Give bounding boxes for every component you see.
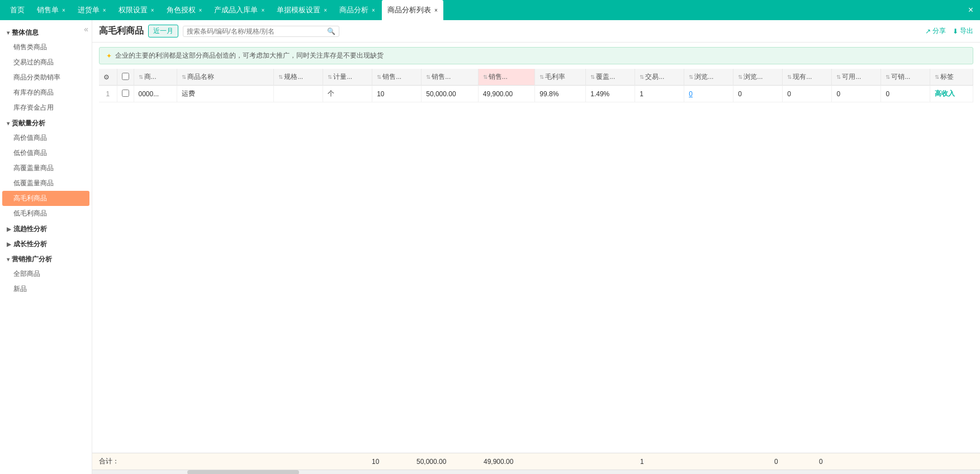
col-current-stock[interactable]: ⇅现有... — [783, 69, 832, 86]
nav-analysis-label: 商品分析 — [339, 5, 368, 15]
col-coverage[interactable]: ⇅覆盖... — [586, 69, 635, 86]
row-checkbox[interactable] — [122, 90, 129, 97]
period-button[interactable]: 近一月 — [148, 25, 178, 37]
export-button[interactable]: ⬇ 导出 — [953, 26, 973, 36]
cell-available: 0 — [832, 86, 881, 102]
nav-template-close[interactable]: × — [324, 7, 327, 13]
sidebar-item-category-rate[interactable]: 商品分类助销率 — [0, 70, 92, 85]
share-icon: ↗ — [925, 27, 931, 35]
col-browse2[interactable]: ⇅浏览... — [733, 69, 783, 86]
nav-purchase-label: 进货单 — [78, 5, 100, 15]
export-label: 导出 — [960, 26, 973, 36]
nav-role-auth[interactable]: 角色授权 × — [161, 0, 208, 20]
sidebar-group-trend[interactable]: ▶ 流趋性分析 — [0, 221, 92, 236]
cell-sales-cost: 49,900.00 — [478, 86, 535, 102]
col-browse1[interactable]: ⇅浏览... — [684, 69, 733, 86]
footer-totals: 合计： 10 50,000.00 49,900.00 1 0 0 — [92, 453, 980, 470]
nav-home-label: 首页 — [10, 5, 25, 15]
close-all-button[interactable]: × — [966, 3, 976, 17]
select-all-checkbox[interactable] — [122, 73, 129, 80]
nav-home[interactable]: 首页 — [4, 0, 30, 20]
info-banner: ✦ 企业的主要的利润都是这部分商品创造的，可考虑加大推广，同时关注库存是不要出现… — [99, 47, 973, 64]
cell-saleable: 0 — [881, 86, 930, 102]
col-spec[interactable]: ⇅规格... — [274, 69, 323, 86]
sidebar-item-sales-goods[interactable]: 销售类商品 — [0, 40, 92, 55]
content-area: 高毛利商品 近一月 🔍 ↗ 分享 ⬇ 导出 ✦ 企业的主要的利润都是这部分商品创… — [92, 20, 980, 474]
nav-permission-close[interactable]: × — [151, 7, 154, 13]
sidebar-item-all-goods[interactable]: 全部商品 — [0, 266, 92, 281]
header-actions: ↗ 分享 ⬇ 导出 — [925, 26, 973, 36]
nav-analysis-list-close[interactable]: × — [434, 7, 438, 13]
nav-sales-label: 销售单 — [37, 5, 59, 15]
nav-analysis-list[interactable]: 商品分析列表 × — [382, 0, 443, 20]
nav-sales-close[interactable]: × — [62, 7, 65, 13]
nav-product-analysis[interactable]: 商品分析 × — [334, 0, 381, 20]
col-checkbox[interactable] — [117, 69, 134, 86]
sidebar-item-low-coverage[interactable]: 低覆盖量商品 — [0, 176, 92, 191]
col-settings[interactable]: ⚙ — [99, 69, 117, 86]
sidebar-group-marketing[interactable]: ▾ 营销推广分析 — [0, 251, 92, 266]
col-available[interactable]: ⇅可用... — [832, 69, 881, 86]
sidebar-item-high-coverage[interactable]: 高覆盖量商品 — [0, 161, 92, 176]
arrow-icon-3: ▶ — [7, 226, 11, 232]
col-sales-amount[interactable]: ⇅销售... — [422, 69, 479, 86]
info-icon: ✦ — [106, 52, 112, 60]
arrow-icon: ▾ — [7, 30, 10, 36]
footer-browse-val1: 0 — [770, 458, 815, 466]
sidebar-item-high-value[interactable]: 高价值商品 — [0, 130, 92, 146]
nav-purchase-close[interactable]: × — [103, 7, 106, 13]
arrow-icon-5: ▾ — [7, 256, 10, 262]
sidebar-item-low-margin[interactable]: 低毛利商品 — [0, 206, 92, 221]
table-row: 1 0000... 运费 个 10 50,000.00 49,900.00 99… — [99, 86, 973, 102]
sidebar-group-contribution[interactable]: ▾ 贡献量分析 — [0, 115, 92, 130]
scrollbar-thumb[interactable] — [187, 470, 299, 474]
nav-template-settings[interactable]: 单据模板设置 × — [271, 0, 333, 20]
search-icon[interactable]: 🔍 — [327, 27, 335, 35]
sidebar: « ▾ 整体信息 销售类商品 交易过的商品 商品分类助销率 有库存的商品 库存资… — [0, 20, 92, 474]
col-saleable[interactable]: ⇅可销... — [881, 69, 930, 86]
footer-sales-qty: 10 — [367, 458, 412, 466]
nav-product-close[interactable]: × — [261, 7, 264, 13]
nav-purchase-order[interactable]: 进货单 × — [72, 0, 112, 20]
nav-permission-settings[interactable]: 权限设置 × — [113, 0, 160, 20]
cell-checkbox[interactable] — [117, 86, 134, 102]
cell-current-stock: 0 — [783, 86, 832, 102]
col-unit[interactable]: ⇅计量... — [323, 69, 372, 86]
nav-template-label: 单据模板设置 — [277, 5, 320, 15]
cell-coverage: 1.49% — [586, 86, 635, 102]
cell-sales-amount: 50,000.00 — [422, 86, 479, 102]
col-transaction[interactable]: ⇅交易... — [635, 69, 684, 86]
sidebar-item-stock-capital[interactable]: 库存资金占用 — [0, 100, 92, 115]
cell-gross-margin: 99.8% — [535, 86, 586, 102]
sidebar-item-new-goods[interactable]: 新品 — [0, 281, 92, 297]
col-sales-cost[interactable]: ⇅销售... — [478, 69, 535, 86]
sidebar-item-in-stock[interactable]: 有库存的商品 — [0, 85, 92, 100]
sidebar-group-overview[interactable]: ▾ 整体信息 — [0, 25, 92, 40]
sidebar-collapse-button[interactable]: « — [84, 25, 88, 34]
export-icon: ⬇ — [953, 27, 958, 35]
sidebar-item-high-margin[interactable]: 高毛利商品 — [2, 191, 89, 206]
sidebar-group-growth[interactable]: ▶ 成长性分析 — [0, 236, 92, 251]
group-overview-label: 整体信息 — [12, 28, 39, 37]
share-button[interactable]: ↗ 分享 — [925, 26, 946, 36]
bottom-scrollbar[interactable] — [92, 470, 980, 474]
cell-num: 1 — [99, 86, 117, 102]
col-gross-margin[interactable]: ⇅毛利率 — [535, 69, 586, 86]
sidebar-item-low-value[interactable]: 低价值商品 — [0, 146, 92, 161]
nav-role-close[interactable]: × — [199, 7, 202, 13]
nav-analysis-close[interactable]: × — [372, 7, 375, 13]
arrow-icon-2: ▾ — [7, 120, 10, 126]
search-input[interactable] — [187, 27, 325, 35]
sidebar-item-traded-goods[interactable]: 交易过的商品 — [0, 55, 92, 70]
table-wrapper: ⚙ ⇅商... ⇅商品名称 ⇅规格... ⇅计量... ⇅销售... ⇅销售..… — [99, 69, 973, 453]
nav-product-inbound[interactable]: 产成品入库单 × — [209, 0, 270, 20]
col-tag[interactable]: ⇅标签 — [930, 69, 973, 86]
data-table: ⚙ ⇅商... ⇅商品名称 ⇅规格... ⇅计量... ⇅销售... ⇅销售..… — [99, 69, 973, 102]
cell-browse1[interactable]: 0 — [684, 86, 733, 102]
share-label: 分享 — [932, 26, 946, 36]
nav-sales-order[interactable]: 销售单 × — [31, 0, 71, 20]
col-name[interactable]: ⇅商品名称 — [177, 69, 273, 86]
col-code[interactable]: ⇅商... — [134, 69, 177, 86]
cell-unit: 个 — [323, 86, 372, 102]
col-sales-qty[interactable]: ⇅销售... — [372, 69, 422, 86]
